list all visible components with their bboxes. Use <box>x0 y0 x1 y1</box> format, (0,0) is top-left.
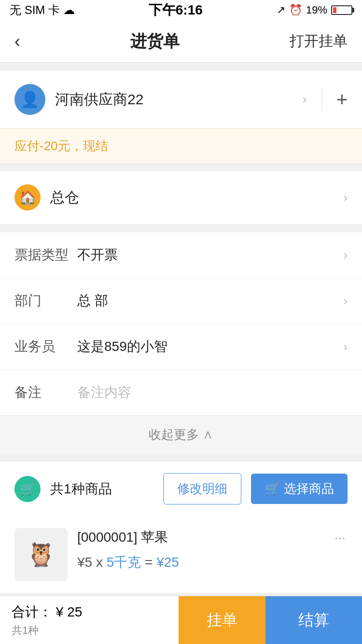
department-row[interactable]: 部门 总 部 › <box>0 278 362 323</box>
nav-bar: ‹ 进货单 打开挂单 <box>0 20 362 63</box>
supplier-row[interactable]: 👤 河南供应商22 › + <box>0 70 362 128</box>
product-thumbnail: 🦉 <box>14 528 68 581</box>
status-left: 无 SIM 卡 ☁ <box>10 2 75 18</box>
product-price: ¥5 x 5千克 = ¥25 <box>77 553 323 572</box>
total-label: 合计： <box>12 604 52 619</box>
ticket-type-value: 不开票 <box>77 246 343 264</box>
warehouse-icon-symbol: 🏠 <box>19 190 36 206</box>
hang-label: 挂单 <box>207 610 237 631</box>
product-name: [0000001] 苹果 <box>77 528 323 546</box>
remark-label: 备注 <box>14 383 77 402</box>
warehouse-icon: 🏠 <box>14 184 41 210</box>
select-product-label: 选择商品 <box>284 480 334 497</box>
status-right: ↗ ⏰ 19% <box>277 4 352 16</box>
product-header: 🛒 共1种商品 修改明细 🛒 选择商品 <box>0 462 362 516</box>
salesman-value: 这是859的小智 <box>77 337 343 356</box>
collapse-button[interactable]: 收起更多 ∧ <box>0 415 362 454</box>
supplier-name: 河南供应商22 <box>55 90 302 110</box>
product-card: 🦉 [0000001] 苹果 ¥5 x 5千克 = ¥25 ··· <box>0 517 362 593</box>
open-hang-button[interactable]: 打开挂单 <box>290 31 348 51</box>
total-row: 合计： ¥ 25 <box>12 603 167 621</box>
page-title: 进货单 <box>130 30 180 53</box>
checkout-button[interactable]: 结算 <box>265 596 362 644</box>
location-icon: ↗ <box>277 4 285 16</box>
collapse-label: 收起更多 ∧ <box>149 427 213 442</box>
edit-detail-button[interactable]: 修改明细 <box>163 473 241 504</box>
select-product-button[interactable]: 🛒 选择商品 <box>251 474 348 504</box>
ticket-type-label: 票据类型 <box>14 246 77 264</box>
product-owl-icon: 🦉 <box>27 541 56 568</box>
notice-bar: 应付-20元，现结 <box>0 128 362 163</box>
warehouse-section: 🏠 总仓 › <box>0 171 362 224</box>
avatar-icon: 👤 <box>20 90 40 109</box>
remark-value: 备注内容 <box>77 383 348 402</box>
back-button[interactable]: ‹ <box>14 31 20 52</box>
add-supplier-button[interactable]: + <box>336 89 348 111</box>
department-label: 部门 <box>14 292 77 310</box>
more-button[interactable]: ··· <box>333 528 348 547</box>
warehouse-row[interactable]: 🏠 总仓 › <box>0 171 362 224</box>
status-time: 下午6:16 <box>149 1 203 19</box>
salesman-label: 业务员 <box>14 337 77 356</box>
hang-button[interactable]: 挂单 <box>179 596 265 644</box>
department-arrow-icon: › <box>343 294 348 308</box>
battery-icon <box>331 5 352 15</box>
select-product-icon: 🛒 <box>265 481 280 496</box>
bottom-bar: 合计： ¥ 25 共1种 挂单 结算 <box>0 596 362 644</box>
signal-text: 无 SIM 卡 ☁ <box>10 2 75 18</box>
status-bar: 无 SIM 卡 ☁ 下午6:16 ↗ ⏰ 19% <box>0 0 362 20</box>
checkout-label: 结算 <box>298 610 329 631</box>
product-info: [0000001] 苹果 ¥5 x 5千克 = ¥25 <box>77 528 323 572</box>
ticket-type-arrow-icon: › <box>343 248 348 263</box>
product-icon: 🛒 <box>14 476 41 502</box>
vertical-divider <box>321 87 322 112</box>
product-count-label: 共1种商品 <box>50 480 153 498</box>
department-value: 总 部 <box>77 292 343 310</box>
product-section: 🛒 共1种商品 修改明细 🛒 选择商品 🦉 [0000001] 苹果 ¥5 x … <box>0 462 362 593</box>
battery-text: 19% <box>306 4 327 16</box>
total-amount: ¥ 25 <box>56 604 83 619</box>
cart-icon: 🛒 <box>20 481 35 496</box>
warehouse-name: 总仓 <box>50 188 343 208</box>
alarm-icon: ⏰ <box>289 4 302 16</box>
ticket-type-row[interactable]: 票据类型 不开票 › <box>0 232 362 278</box>
supplier-arrow-icon: › <box>302 92 306 107</box>
supplier-avatar: 👤 <box>14 84 45 115</box>
notice-text: 应付-20元，现结 <box>14 139 108 153</box>
form-section: 票据类型 不开票 › 部门 总 部 › 业务员 这是859的小智 › 备注 备注… <box>0 232 362 454</box>
salesman-arrow-icon: › <box>343 339 348 354</box>
remark-row[interactable]: 备注 备注内容 <box>0 369 362 415</box>
supplier-section: 👤 河南供应商22 › + 应付-20元，现结 <box>0 70 362 163</box>
total-count-label: 共1种 <box>12 623 167 638</box>
salesman-row[interactable]: 业务员 这是859的小智 › <box>0 323 362 369</box>
total-section: 合计： ¥ 25 共1种 <box>0 596 179 644</box>
warehouse-arrow-icon: › <box>343 190 348 205</box>
